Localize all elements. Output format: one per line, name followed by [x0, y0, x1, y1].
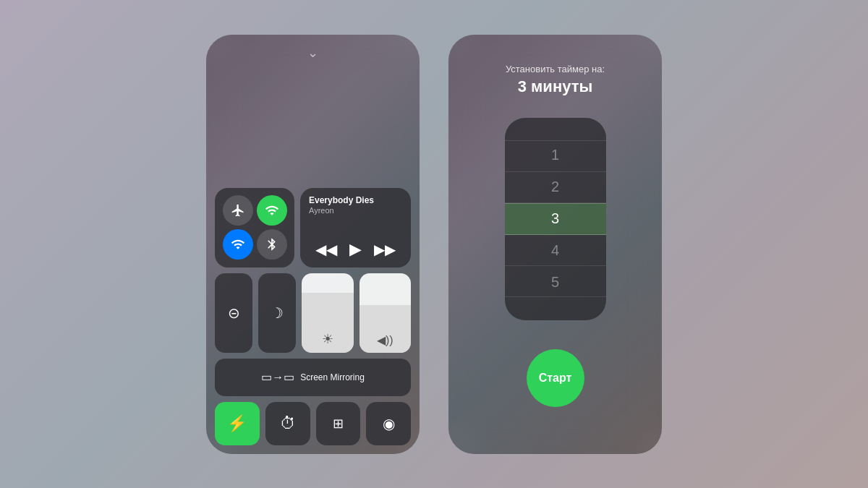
track-name: Everybody Dies [309, 195, 402, 207]
artist-name: Ayreon [309, 206, 402, 215]
brightness-icon: ☀ [322, 331, 333, 347]
airplane-mode-button[interactable] [223, 195, 253, 226]
picker-item-2[interactable]: 2 [551, 171, 559, 203]
timer-icon: ⏱ [280, 414, 296, 433]
bluetooth-icon [265, 237, 279, 252]
row-1: Everybody Dies Ayreon ◀◀ ▶ ▶▶ [215, 188, 411, 267]
picker-item-1[interactable]: 1 [551, 140, 559, 171]
screen-lock-button[interactable]: ⊝ [215, 273, 252, 353]
next-button[interactable]: ▶▶ [370, 239, 400, 260]
timer-label: Установить таймер на: [506, 64, 605, 74]
now-playing-block: Everybody Dies Ayreon ◀◀ ▶ ▶▶ [300, 188, 411, 267]
left-phone-panel: ⌄ [206, 35, 420, 454]
prev-button[interactable]: ◀◀ [311, 239, 341, 260]
wifi-calling-icon [265, 203, 279, 218]
screen-mirroring-button[interactable]: ▭→▭ Screen Mirroring [215, 359, 411, 396]
camera-icon: ◉ [383, 415, 395, 432]
row-2: ⊝ ☽ ☀ ◀)) [215, 273, 411, 353]
camera-button[interactable]: ◉ [366, 402, 411, 445]
lock-icon: ⊝ [228, 304, 240, 322]
wifi-icon [231, 237, 245, 252]
chevron-icon: ⌄ [307, 45, 318, 61]
flashlight-icon: ⚡ [227, 414, 247, 433]
picker-item-3[interactable]: 3 [551, 203, 559, 235]
volume-icon: ◀)) [377, 333, 393, 347]
moon-icon: ☽ [271, 304, 284, 322]
bluetooth-button[interactable] [257, 229, 287, 260]
picker-item-5[interactable]: 5 [551, 267, 559, 299]
screen-mirror-icon: ▭→▭ [261, 370, 294, 384]
np-track-info: Everybody Dies Ayreon [309, 195, 402, 215]
timer-picker[interactable]: 1 2 3 4 5 [505, 118, 606, 320]
brightness-slider[interactable]: ☀ [302, 273, 354, 353]
play-button[interactable]: ▶ [345, 239, 366, 260]
picker-item-4[interactable]: 4 [551, 235, 559, 267]
screen-mirroring-label: Screen Mirroring [300, 372, 365, 382]
playback-controls: ◀◀ ▶ ▶▶ [309, 239, 402, 260]
volume-slider[interactable]: ◀)) [359, 273, 412, 353]
row-4: ⚡ ⏱ ⊞ ◉ [215, 402, 411, 445]
sliders-group: ☀ ◀)) [302, 273, 411, 353]
wifi-calling-button[interactable] [257, 195, 287, 226]
start-button[interactable]: Старт [527, 349, 584, 407]
control-center: ⌄ [206, 35, 420, 454]
calculator-button[interactable]: ⊞ [316, 402, 361, 445]
flashlight-button[interactable]: ⚡ [215, 402, 260, 445]
start-label: Старт [539, 372, 572, 385]
timer-value: 3 минуты [518, 77, 593, 96]
right-phone-panel: Установить таймер на: 3 минуты 1 2 3 4 5… [448, 35, 662, 454]
cc-grid: Everybody Dies Ayreon ◀◀ ▶ ▶▶ ⊝ ☽ [215, 188, 411, 445]
timer-panel: Установить таймер на: 3 минуты 1 2 3 4 5… [448, 35, 662, 454]
connectivity-block [215, 188, 294, 267]
calculator-icon: ⊞ [333, 416, 344, 432]
do-not-disturb-button[interactable]: ☽ [258, 273, 296, 353]
wifi-button[interactable] [223, 229, 253, 260]
airplane-icon [231, 203, 245, 218]
picker-items: 1 2 3 4 5 [551, 140, 559, 299]
timer-button[interactable]: ⏱ [265, 402, 310, 445]
